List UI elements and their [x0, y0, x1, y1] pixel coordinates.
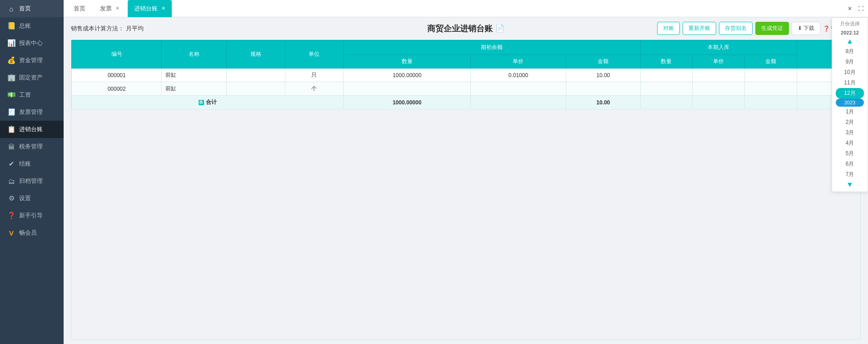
cell-in-price: [693, 69, 745, 82]
sidebar-item-settings[interactable]: ⚙ 设置: [0, 190, 64, 207]
reconcile-button[interactable]: 对账: [657, 22, 680, 35]
tax-icon: 🏛: [7, 143, 15, 151]
total-icon: 合: [199, 100, 204, 105]
month-item-11[interactable]: 11月: [832, 78, 868, 88]
reopen-button[interactable]: 重新开账: [683, 22, 716, 35]
month-item-9[interactable]: 9月: [832, 57, 868, 67]
reports-icon: 📊: [7, 39, 15, 47]
cell-in-qty: [640, 82, 693, 96]
table-row: 000002 前缸 个: [72, 82, 860, 96]
month-item-3[interactable]: 3月: [832, 128, 868, 138]
scroll-up-button[interactable]: ▲: [845, 36, 854, 46]
stock-ledger-icon: 📋: [7, 125, 15, 133]
col-header-name: 名称: [162, 40, 227, 69]
col-sub-opening-price: 单价: [470, 55, 566, 69]
invoice-mgmt-icon: 🧾: [7, 108, 15, 116]
tab-stock-ledger[interactable]: 进销台账 ✕: [128, 0, 172, 17]
cell-spec: [226, 69, 285, 82]
sidebar-item-guide[interactable]: ❓ 新手引导: [0, 207, 64, 224]
sidebar-item-reports[interactable]: 📊 报表中心: [0, 34, 64, 52]
col-header-inbound: 本期入库: [640, 40, 797, 55]
cell-in-qty: [640, 69, 693, 82]
main-content: 首页 发票 ✕ 进销台账 ✕ ✕ ⛶ 销售成本计算方法： 月平均 商贸企业进销台…: [64, 0, 868, 344]
month-item-2[interactable]: 2月: [832, 117, 868, 128]
page-title-icon[interactable]: 📄: [495, 24, 504, 33]
tab-home[interactable]: 首页: [67, 0, 92, 17]
cell-name: 前缸: [162, 82, 227, 96]
generate-voucher-button[interactable]: 生成凭证: [755, 22, 789, 35]
col-sub-in-amount: 金额: [745, 55, 797, 69]
cell-in-amount: [745, 82, 797, 96]
salary-icon: 💵: [7, 91, 15, 99]
tab-invoice-close[interactable]: ✕: [115, 5, 120, 11]
month-item-8[interactable]: 8月: [832, 46, 868, 57]
download-button[interactable]: ⬇ 下载: [792, 22, 820, 35]
ledger-icon: 📒: [7, 22, 15, 30]
cell-opening-qty: 1000.00000: [344, 69, 471, 82]
window-maximize-button[interactable]: ⛶: [857, 5, 864, 12]
sidebar-item-archive[interactable]: 🗂 归档管理: [0, 172, 64, 190]
month-item-1[interactable]: 1月: [832, 107, 868, 117]
year-2023-badge: 2023: [836, 98, 864, 107]
settings-icon: ⚙: [7, 194, 15, 202]
sidebar-item-funds[interactable]: 💰 资金管理: [0, 52, 64, 69]
cell-in-amount: [745, 69, 797, 82]
tab-stock-ledger-close[interactable]: ✕: [161, 5, 165, 11]
total-opening-qty: 1000.00000: [344, 96, 471, 109]
sidebar-item-tax[interactable]: 🏛 税务管理: [0, 138, 64, 155]
top-info-bar: 销售成本计算方法： 月平均 商贸企业进销台账 📄 对账 重新开账 存货别名 生成…: [71, 22, 861, 35]
cell-code: 000002: [72, 82, 162, 96]
col-sub-in-qty: 数量: [640, 55, 693, 69]
col-header-unit: 单位: [285, 40, 344, 69]
toolbar: 对账 重新开账 存货别名 生成凭证 ⬇ 下载 ❓ 帮助 ↻ 刷新: [657, 22, 861, 35]
sidebar-item-salary[interactable]: 💵 工资: [0, 86, 64, 103]
page-content: 销售成本计算方法： 月平均 商贸企业进销台账 📄 对账 重新开账 存货别名 生成…: [64, 17, 868, 344]
total-opening-price: [470, 96, 566, 109]
home-icon: ⌂: [7, 5, 15, 13]
cell-name: 前缸: [162, 69, 227, 82]
sidebar-item-ledger[interactable]: 📒 总账: [0, 17, 64, 34]
window-controls: ✕ ⛶: [846, 5, 864, 12]
month-item-12[interactable]: 12月: [836, 88, 864, 98]
funds-icon: 💰: [7, 56, 15, 64]
sidebar-item-assets[interactable]: 🏢 固定资产: [0, 69, 64, 86]
sidebar-item-invoice-mgmt[interactable]: 🧾 发票管理: [0, 103, 64, 121]
cell-opening-amount: [566, 82, 640, 96]
month-item-5[interactable]: 5月: [832, 148, 868, 159]
sidebar-item-close[interactable]: ✔ 结账: [0, 155, 64, 172]
data-table: 编号 名称 规格 单位 期初余额 本期入库 数量 单价 金额 数量 单价: [71, 39, 861, 339]
archive-icon: 🗂: [7, 177, 15, 185]
sidebar-item-stock-ledger[interactable]: 📋 进销台账: [0, 121, 64, 138]
close-accounts-icon: ✔: [7, 160, 15, 168]
month-panel: 月份选择 2022.12 ▲ 8月 9月 10月 11月 12月 2023 1月…: [832, 17, 868, 192]
sidebar-item-home[interactable]: ⌂ 首页: [0, 0, 64, 17]
col-header-spec: 规格: [226, 40, 285, 69]
cell-spec: [226, 82, 285, 96]
download-icon: ⬇: [798, 25, 802, 31]
sales-method-info: 销售成本计算方法： 月平均: [71, 25, 144, 33]
sidebar: ⌂ 首页 📒 总账 📊 报表中心 💰 资金管理 🏢 固定资产 💵 工资 🧾 发票…: [0, 0, 64, 344]
year-2022-label: 2022.12: [839, 29, 861, 36]
tab-bar: 首页 发票 ✕ 进销台账 ✕ ✕ ⛶: [64, 0, 868, 17]
month-item-10[interactable]: 10月: [832, 67, 868, 78]
cell-in-price: [693, 82, 745, 96]
month-item-7[interactable]: 7月: [832, 169, 868, 180]
col-header-opening: 期初余额: [344, 40, 640, 55]
tab-invoice[interactable]: 发票 ✕: [94, 0, 126, 17]
month-item-6[interactable]: 6月: [832, 159, 868, 169]
window-close-button[interactable]: ✕: [846, 5, 853, 12]
total-in-amount: [745, 96, 797, 109]
sidebar-item-membership[interactable]: V 畅会员: [0, 224, 64, 241]
scroll-down-button[interactable]: ▼: [845, 180, 854, 190]
page-title: 商贸企业进销台账 📄: [427, 23, 504, 34]
table-row: 000001 前缸 只 1000.00000 0.01000 10.00: [72, 69, 860, 82]
cell-opening-qty: [344, 82, 471, 96]
cell-code: 000001: [72, 69, 162, 82]
col-sub-opening-amount: 金额: [566, 55, 640, 69]
month-panel-title: 月份选择: [838, 20, 862, 29]
save-as-button[interactable]: 存货别名: [719, 22, 753, 35]
month-item-4[interactable]: 4月: [832, 138, 868, 148]
cell-unit: 只: [285, 69, 344, 82]
total-text: 合计: [206, 98, 217, 106]
cell-opening-price: [470, 82, 566, 96]
